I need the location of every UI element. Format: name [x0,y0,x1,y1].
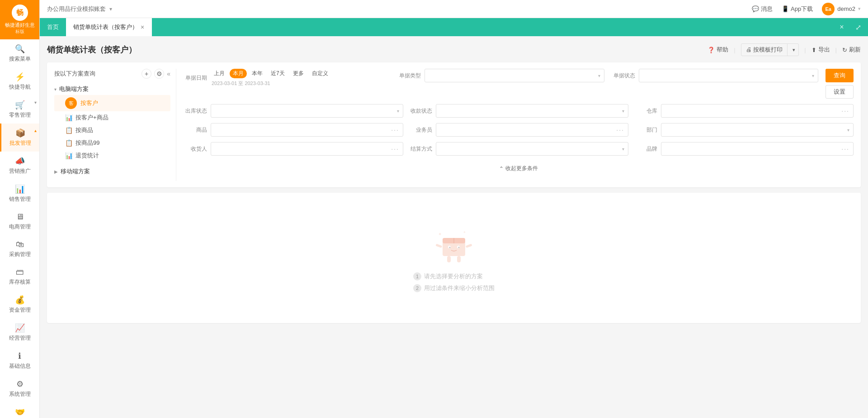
settings-button[interactable]: 设置 [826,85,854,99]
filter-card: 按以下方案查询 + ⚙ « [47,62,861,187]
sidebar-item-finance-label: 资金管理 [9,306,31,314]
order-type-input[interactable]: ▾ [425,69,604,82]
sidebar-item-marketing-label: 营销推广 [9,167,31,175]
plan-collapse-btn[interactable]: « [167,70,170,77]
warehouse-field: 仓库 ··· [634,104,854,118]
maximize-btn[interactable]: ⤢ [852,21,864,33]
print-text: 按模板打印 [753,46,783,53]
plan-settings-btn[interactable]: ⚙ [154,69,164,79]
by-customer-label: 按客户 [80,99,98,107]
plan-group-desktop-header[interactable]: ▾ 电脑端方案 [54,83,170,95]
sidebar-item-marketing[interactable]: 📣 营销推广 [0,152,39,180]
receiver-field: 收货人 ··· [184,142,403,156]
tab-bar: 首页 销货单统计表（按客户） × × ⤢ [40,18,868,36]
plan-item-by-customer[interactable]: 客 按客户 [54,95,170,111]
sidebar-item-retail[interactable]: 🛒 零售管理 ▾ [0,95,39,124]
return-stats-label: 退货统计 [75,152,99,160]
sidebar-item-system[interactable]: ⚙ 系统管理 [0,375,39,403]
receiver-dots: ··· [391,145,399,152]
salesperson-input[interactable]: ··· [436,123,628,137]
top-bar: 办公用品行业模拟账套 ▾ 💬 消息 📱 App下载 Ea demo2 ▾ [40,0,868,18]
salesperson-dots: ··· [616,126,624,133]
message-btn[interactable]: 💬 消息 [752,5,773,13]
top-bar-right: 💬 消息 📱 App下载 Ea demo2 ▾ [752,3,861,15]
close-window-btn[interactable]: × [835,21,848,33]
print-label[interactable]: 🖨 按模板打印 [741,44,788,56]
order-status-arrow: ▾ [812,73,814,78]
sidebar-item-quick-nav[interactable]: ⚡ 快捷导航 [0,67,39,95]
plan-panel-title: 按以下方案查询 [54,70,95,78]
home-label: 首页 [47,23,59,31]
avatar: Ea [822,3,835,15]
app-download-btn[interactable]: 📱 App下载 [782,5,813,13]
export-btn[interactable]: ⬆ 导出 [811,46,830,54]
payment-method-input[interactable]: ▾ [436,142,628,156]
query-button[interactable]: 查询 [826,69,854,82]
date-tab-custom[interactable]: 自定义 [309,69,331,78]
out-status-label: 出库状态 [184,107,207,115]
receive-status-arrow: ▾ [622,109,624,114]
empty-hints: 1 请先选择要分析的方案 2 用过滤条件来缩小分析范围 [413,272,495,296]
sidebar-item-basic-info[interactable]: ℹ 基础信息 [0,347,39,375]
sidebar: 畅 畅捷通好生意 标版 🔍 搜索菜单 ⚡ 快捷导航 🛒 零售管理 ▾ 📦 批发管… [0,0,40,418]
tab-close-icon[interactable]: × [141,24,144,31]
plan-group-mobile-header[interactable]: ▶ 移动端方案 [54,166,170,177]
plan-item-by-goods99[interactable]: 📋 按商品99 [54,137,170,149]
brand-input[interactable]: ··· [661,142,854,156]
collapse-bar[interactable]: ⌃ 收起更多条件 [184,161,854,173]
sidebar-item-enterprise-collab[interactable]: 🤝 企业协同 [0,403,39,418]
out-status-field: 出库状态 ▾ [184,104,403,118]
date-filter-input: 上月 本月 本年 近7天 更多 自定义 2023-03-01 至 2023-03… [211,69,390,87]
out-status-input[interactable]: ▾ [211,104,403,118]
desktop-group-arrow: ▾ [54,87,57,92]
goods-dots: ··· [391,126,399,133]
divider1: | [734,47,735,53]
date-tab-this-month[interactable]: 本月 [230,69,247,78]
date-tab-more[interactable]: 更多 [290,69,307,78]
dept-input[interactable]: ▾ [661,123,854,137]
plan-item-return-stats[interactable]: 📊 退货统计 [54,149,170,162]
order-status-field: 单据状态 ▾ [612,69,818,82]
plan-add-btn[interactable]: + [142,69,151,79]
warehouse-input[interactable]: ··· [661,104,854,118]
goods-input[interactable]: ··· [211,123,403,137]
goods-label: 商品 [184,126,207,134]
order-status-input[interactable]: ▾ [639,69,818,82]
plan-item-by-goods[interactable]: 📋 按商品 [54,124,170,137]
plan-item-customer-goods[interactable]: 📊 按客户+商品 [54,111,170,124]
sidebar-item-search[interactable]: 🔍 搜索菜单 [0,39,39,67]
sidebar-item-quick-nav-label: 快捷导航 [9,83,31,91]
order-type-arrow: ▾ [598,73,600,78]
sidebar-item-sales-label: 销售管理 [9,195,31,203]
help-label: 帮助 [717,46,728,54]
refresh-label: 刷新 [849,46,861,54]
date-tab-last-month[interactable]: 上月 [211,69,228,78]
tab-sales-stats[interactable]: 销货单统计表（按客户） × [66,18,152,36]
sidebar-item-ecommerce[interactable]: 🖥 电商管理 [0,208,39,235]
ecommerce-icon: 🖥 [16,212,24,222]
sidebar-item-finance[interactable]: 💰 资金管理 [0,290,39,318]
print-btn[interactable]: 🖨 按模板打印 ▾ [741,43,799,56]
industry-dropdown-icon[interactable]: ▾ [109,6,112,12]
sidebar-item-purchase[interactable]: 🛍 采购管理 [0,235,39,263]
date-tab-this-year[interactable]: 本年 [249,69,266,78]
date-tab-last7[interactable]: 近7天 [268,69,288,78]
receive-status-input[interactable]: ▾ [436,104,628,118]
goods-field: 商品 ··· [184,123,403,137]
sidebar-item-operations[interactable]: 📈 经营管理 [0,318,39,347]
system-icon: ⚙ [16,379,24,389]
hint-text-2: 用过滤条件来缩小分析范围 [424,284,495,292]
help-btn[interactable]: ❓ 帮助 [708,46,728,54]
sidebar-item-sales[interactable]: 📊 销售管理 [0,180,39,208]
tab-sales-stats-label: 销货单统计表（按客户） [73,23,138,31]
refresh-btn[interactable]: ↻ 刷新 [842,46,861,54]
brand-dots: ··· [841,145,849,152]
sidebar-item-inventory[interactable]: 🗃 库存核算 [0,263,39,290]
receiver-input[interactable]: ··· [211,142,403,156]
sidebar-item-wholesale[interactable]: 📦 批发管理 ▴ [0,124,39,152]
tab-home[interactable]: 首页 [40,18,66,36]
by-customer-goods-label: 按客户+商品 [75,114,108,122]
purchase-icon: 🛍 [16,240,24,249]
print-dropdown-icon[interactable]: ▾ [789,45,798,55]
user-area[interactable]: Ea demo2 ▾ [822,3,861,15]
